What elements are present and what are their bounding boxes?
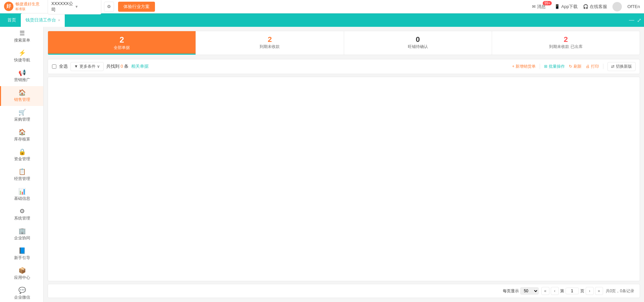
message-icon: ✉: [532, 4, 536, 9]
sidebar-item-wechat[interactable]: 💬 企业微信: [0, 284, 43, 302]
sidebar-item-app-center[interactable]: 📦 应用中心: [0, 264, 43, 284]
tab-active-label: 钱货日清工作台: [25, 17, 56, 23]
basic-info-icon: 📊: [18, 188, 26, 194]
wechat-icon: 💬: [18, 287, 26, 293]
summary-tab-all[interactable]: 2 全部单据: [48, 31, 196, 55]
related-label: 相关单据: [131, 63, 149, 69]
page-last-button[interactable]: »: [595, 287, 603, 295]
tab-home[interactable]: 首页: [3, 13, 21, 27]
sidebar-item-label: 基础信息: [14, 196, 30, 201]
print-button[interactable]: 🖨 打印: [586, 64, 599, 69]
logo-icon: 好: [4, 2, 13, 11]
found-text: 共找到 0 条: [106, 63, 128, 69]
tab-maximize-btn[interactable]: ⤢: [637, 17, 641, 23]
sidebar-item-label: 采购管理: [14, 117, 30, 122]
sidebar-item-marketing[interactable]: 📢 营销推广: [0, 66, 43, 86]
summary-tab-overdue-label: 到期未收款: [260, 44, 280, 50]
sidebar-item-label: 应用中心: [14, 275, 30, 281]
print-label: 打印: [591, 64, 599, 69]
try-industry-button[interactable]: 体验行业方案: [118, 2, 155, 12]
company-selector[interactable]: XXXXXX公司 ▾: [48, 0, 101, 14]
sidebar-item-enterprise[interactable]: 🏢 企业协同: [0, 225, 43, 244]
sidebar-item-newbie[interactable]: 📘 新手引导: [0, 244, 43, 264]
app-download-button[interactable]: 📱 App下载: [554, 4, 578, 10]
filter-dropdown-icon: ∨: [97, 64, 100, 69]
avatar[interactable]: [612, 2, 622, 11]
toolbar-divider-1: [540, 64, 540, 69]
print-icon: 🖨: [586, 64, 590, 69]
toolbar-left: 全选 ▼ 更多条件 ∨ 共找到 0 条 相关单据: [52, 62, 149, 71]
logo-area: 好 畅捷通好生意 标准版: [4, 2, 48, 11]
user-name: OfTEn: [627, 4, 640, 9]
main-layout: ☰ 搜索菜单 ⚡ 快捷导航 📢 营销推广 🏠 销售管理 🛒 采购管理 🏠 库存核…: [0, 27, 644, 302]
tab-close-icon[interactable]: ×: [58, 18, 60, 22]
sidebar-item-finance[interactable]: 🔒 资金管理: [0, 145, 43, 165]
messages-button[interactable]: ✉ 消息 99+: [529, 4, 549, 10]
found-prefix: 共找到: [106, 64, 119, 69]
page-first-button[interactable]: «: [541, 287, 549, 295]
enterprise-icon: 🏢: [18, 228, 26, 234]
page-label: 第: [560, 288, 564, 294]
batch-icon: ⊞: [544, 64, 547, 69]
sidebar-item-label: 资金管理: [14, 156, 30, 162]
select-all-label: 全选: [59, 63, 68, 69]
purchase-icon: 🛒: [18, 109, 26, 115]
sidebar-item-label: 企业协同: [14, 235, 30, 241]
switch-label: 切换新版: [616, 64, 632, 69]
sidebar-item-quick-nav[interactable]: ⚡ 快捷导航: [0, 47, 43, 66]
sidebar-item-sales[interactable]: 🏠 销售管理: [0, 86, 43, 106]
sidebar-item-inventory[interactable]: 🏠 库存核算: [0, 126, 43, 145]
page-number-input[interactable]: [566, 288, 579, 294]
inventory-icon: 🏠: [18, 129, 26, 135]
tab-bar-actions: — ⤢: [629, 17, 641, 23]
refresh-button[interactable]: ↻ 刷新: [569, 64, 582, 69]
total-info: 共0页，0条记录: [606, 288, 634, 294]
per-page-label: 每页显示: [503, 288, 519, 294]
tab-active[interactable]: 钱货日清工作台 ×: [21, 13, 65, 27]
sidebar-item-system[interactable]: ⚙ 系统管理: [0, 205, 43, 225]
sidebar-item-search-menu[interactable]: ☰ 搜索菜单: [0, 27, 43, 47]
sidebar-item-basic-info[interactable]: 📊 基础信息: [0, 185, 43, 205]
summary-tab-all-label: 全部单据: [114, 45, 130, 51]
new-sales-order-button[interactable]: + 新增销货单: [512, 64, 536, 69]
more-filter-label: 更多条件: [79, 64, 96, 69]
sidebar-item-operations[interactable]: 📋 经营管理: [0, 165, 43, 185]
page-nav: « ‹ 第 页 › »: [541, 287, 603, 295]
newbie-icon: 📘: [18, 248, 26, 254]
sidebar-item-purchase[interactable]: 🛒 采购管理: [0, 106, 43, 126]
sidebar-item-label: 企业微信: [14, 295, 30, 300]
more-filter-button[interactable]: ▼ 更多条件 ∨: [70, 62, 104, 71]
online-service-label: 在线客服: [590, 4, 607, 10]
summary-tabs: 2 全部单据 2 到期未收款 0 旺铺待确认 2 到期未收款 已出库: [48, 31, 640, 55]
online-service-button[interactable]: 🎧 在线客服: [583, 4, 607, 10]
app-center-icon: 📦: [18, 267, 26, 274]
summary-tab-overdue[interactable]: 2 到期未收款: [196, 31, 344, 55]
tab-active-indicator: [48, 54, 196, 55]
gear-icon: ⚙: [107, 4, 111, 9]
headset-icon: 🎧: [583, 4, 588, 9]
summary-tab-pending[interactable]: 0 旺铺待确认: [344, 31, 492, 55]
tab-minimize-btn[interactable]: —: [629, 17, 634, 23]
select-all-checkbox[interactable]: [52, 64, 56, 69]
tab-home-label: 首页: [7, 17, 16, 23]
logo-text: 畅捷通好生意: [15, 2, 40, 6]
page-prev-button[interactable]: ‹: [551, 287, 559, 295]
toolbar: 全选 ▼ 更多条件 ∨ 共找到 0 条 相关单据 + 新增销货单: [48, 59, 640, 74]
refresh-label: 刷新: [574, 64, 582, 69]
summary-tab-overdue-shipped[interactable]: 2 到期未收款 已出库: [492, 31, 640, 55]
summary-tab-overdue-shipped-label: 到期未收款 已出库: [549, 44, 582, 50]
finance-icon: 🔒: [18, 149, 26, 155]
switch-new-version-button[interactable]: ⇄ 切换新版: [607, 62, 636, 71]
operations-icon: 📋: [18, 169, 26, 175]
system-icon: ⚙: [19, 208, 25, 214]
sidebar: ☰ 搜索菜单 ⚡ 快捷导航 📢 营销推广 🏠 销售管理 🛒 采购管理 🏠 库存核…: [0, 27, 44, 302]
quick-nav-icon: ⚡: [18, 50, 26, 56]
per-page-select[interactable]: 50 100 200: [520, 287, 539, 295]
company-name: XXXXXX公司: [51, 1, 73, 13]
settings-button[interactable]: ⚙: [104, 2, 114, 12]
batch-operation-button[interactable]: ⊞ 批量操作: [544, 64, 565, 69]
filter-icon: ▼: [74, 64, 78, 69]
page-suffix: 页: [580, 288, 584, 294]
page-next-button[interactable]: ›: [586, 287, 594, 295]
summary-tab-overdue-shipped-count: 2: [564, 35, 568, 44]
